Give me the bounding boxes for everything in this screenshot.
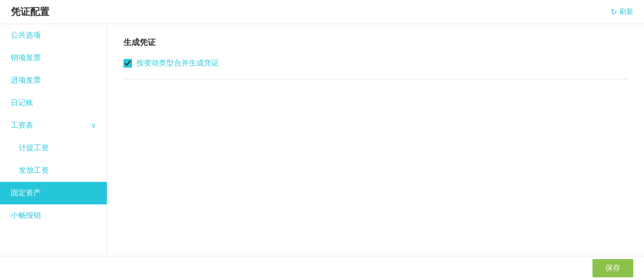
sidebar-item-label: 日记账: [11, 98, 33, 108]
checkbox-row: 按变动类型合并生成凭证: [123, 58, 628, 68]
sidebar-item-label: 小畅报销: [11, 211, 41, 220]
sidebar-item-expense-report[interactable]: 小畅报销: [0, 204, 107, 227]
save-button[interactable]: 保存: [592, 259, 633, 277]
refresh-icon: ↻: [611, 8, 617, 16]
section-divider: [123, 79, 628, 79]
sidebar-item-label: 工资表: [11, 121, 33, 130]
sidebar-item-label: 进项发票: [11, 76, 41, 85]
main-layout: 公共选项销项发票进项发票日记账工资表∨计提工资发放工资固定资产小畅报销 生成凭证…: [0, 24, 644, 256]
sidebar-item-label: 发放工资: [19, 166, 49, 175]
sidebar: 公共选项销项发票进项发票日记账工资表∨计提工资发放工资固定资产小畅报销: [0, 24, 107, 256]
main-content: 生成凭证 按变动类型合并生成凭证: [107, 24, 644, 256]
merge-by-type-label[interactable]: 按变动类型合并生成凭证: [136, 58, 219, 68]
refresh-button[interactable]: ↻ 刷新: [611, 7, 633, 17]
sidebar-item-pay-salary[interactable]: 发放工资: [0, 159, 107, 182]
sidebar-item-purchase-invoice[interactable]: 进项发票: [0, 69, 107, 92]
sidebar-item-calc-salary[interactable]: 计提工资: [0, 137, 107, 159]
sidebar-item-label: 销项发票: [11, 53, 41, 63]
sidebar-item-label: 公共选项: [11, 31, 41, 40]
chevron-down-icon: ∨: [91, 122, 96, 129]
section-title: 生成凭证: [123, 38, 628, 48]
page-title: 凭证配置: [11, 5, 49, 18]
sidebar-item-sales-invoice[interactable]: 销项发票: [0, 47, 107, 69]
sidebar-item-fixed-assets[interactable]: 固定资产: [0, 182, 107, 204]
page-header: 凭证配置 ↻ 刷新: [0, 0, 644, 24]
sidebar-item-public-options[interactable]: 公共选项: [0, 24, 107, 47]
merge-by-type-checkbox[interactable]: [123, 59, 132, 68]
sidebar-item-label: 计提工资: [19, 143, 49, 153]
sidebar-item-payroll-table[interactable]: 工资表∨: [0, 114, 107, 137]
sidebar-item-label: 固定资产: [11, 188, 41, 198]
page-footer: 保存: [0, 256, 644, 280]
refresh-label: 刷新: [619, 7, 633, 17]
sidebar-item-journal[interactable]: 日记账: [0, 92, 107, 114]
